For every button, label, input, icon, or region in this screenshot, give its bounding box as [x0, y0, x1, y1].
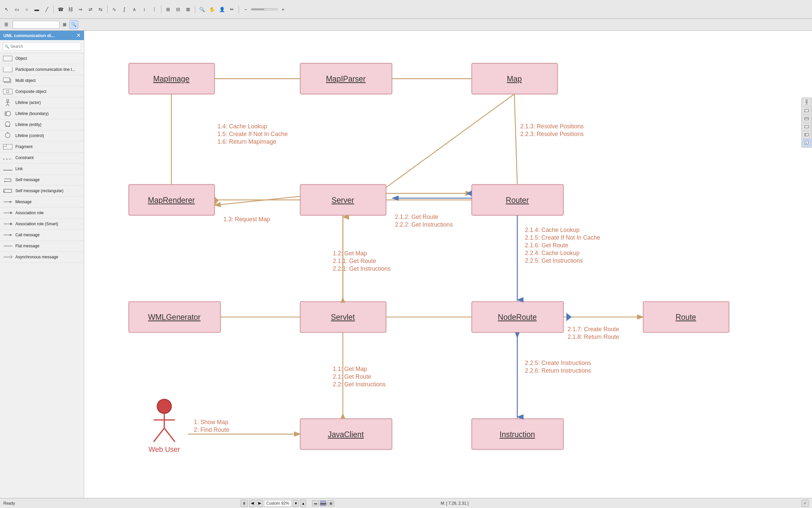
expand-btn[interactable]: ⤢ [801, 500, 809, 507]
diagram-search-input[interactable] [13, 21, 59, 29]
svg-text:2.1.5: Create If Not In Cache: 2.1.5: Create If Not In Cache [525, 234, 600, 241]
distribute-tool[interactable]: ⊟ [173, 5, 183, 14]
secondary-toolbar: ☰ ⊞ 🔍 [0, 19, 812, 31]
align-tool[interactable]: ⊠ [183, 5, 193, 14]
sidebar-item-flat-message[interactable]: Flat message [0, 241, 84, 252]
svg-text:1.1: Get Map: 1.1: Get Map [333, 366, 367, 372]
float-rect4-btn[interactable] [803, 131, 811, 138]
svg-marker-26 [10, 234, 12, 236]
line-tool[interactable]: ╱ [42, 5, 51, 14]
sidebar-label-flat-message: Flat message [15, 244, 39, 248]
pause-btn[interactable]: ⏸ [240, 500, 248, 507]
sidebar-item-association-role-smart[interactable]: Association role (Smart) [0, 219, 84, 229]
svg-line-123 [805, 103, 807, 105]
view-mode-3[interactable]: ▦ [327, 500, 334, 506]
svg-rect-125 [805, 109, 809, 112]
object-icon [3, 55, 13, 62]
zoom-down-btn[interactable]: ▼ [293, 500, 299, 507]
nodes-tool[interactable]: ⋮ [150, 5, 159, 14]
svg-text:2.2.2: Get Instructions: 2.2.2: Get Instructions [395, 221, 453, 228]
prev-btn[interactable]: ◀ [249, 500, 255, 507]
sidebar-item-call-message[interactable]: Call message [0, 229, 84, 241]
svg-text:Router: Router [506, 196, 529, 205]
sidebar-item-lifeline-boundary[interactable]: Lifeline (boundary) [0, 108, 84, 119]
self-message-icon [3, 176, 13, 183]
sidebar-item-lifeline-entity[interactable]: Lifeline (entity) [0, 119, 84, 130]
sidebar-item-lifeline-control[interactable]: Lifeline (control) [0, 130, 84, 141]
sidebar-label-message: Message [15, 200, 32, 204]
sidebar-item-multi-object[interactable]: Multi object [0, 75, 84, 86]
search-input[interactable] [3, 42, 81, 51]
transform-tool[interactable]: ⊞ [164, 5, 173, 14]
select-tools: ↖ ▭ ○ ▬ ╱ [2, 5, 51, 14]
svg-text:MapRenderer: MapRenderer [148, 196, 195, 205]
svg-text:2.2.5: Create Instructions: 2.2.5: Create Instructions [525, 359, 591, 366]
user-tool[interactable]: 👤 [217, 5, 227, 14]
self-message-rect-icon [3, 187, 13, 195]
lifeline-control-icon [3, 132, 13, 139]
svg-text:JavaClient: JavaClient [328, 430, 364, 439]
view-mode-2[interactable]: ▬▬ [320, 500, 326, 506]
sidebar-item-async-message[interactable]: Asynchronous message [0, 252, 84, 263]
window-tool[interactable]: ▭ [12, 5, 21, 14]
sidebar-item-constraint[interactable]: Constraint [0, 153, 84, 163]
float-rect1-btn[interactable] [803, 107, 811, 114]
float-edit-btn[interactable] [803, 139, 811, 146]
sidebar-item-composite-object[interactable]: Composite object [0, 86, 84, 97]
bezier-tool[interactable]: ʃ [120, 5, 129, 14]
circle-tool[interactable]: ○ [22, 5, 32, 14]
svg-text:2.1: Get Route: 2.1: Get Route [333, 373, 371, 380]
hamburger-menu[interactable]: ☰ [2, 20, 11, 29]
svg-text:Map: Map [507, 75, 522, 83]
sidebar-item-message[interactable]: Message [0, 197, 84, 208]
link-tool[interactable]: ⛓ [66, 5, 75, 14]
sidebar-item-link[interactable]: Link [0, 163, 84, 174]
sidebar-item-participant[interactable]: Participant communication line t... [0, 64, 84, 75]
view-mode-1[interactable]: ▬ [312, 500, 319, 506]
svg-line-3 [6, 104, 8, 106]
rect-tool[interactable]: ▬ [32, 5, 41, 14]
flat-message-icon [3, 242, 13, 250]
association-role-smart-icon [3, 220, 13, 227]
zoom-in-btn[interactable]: + [278, 5, 288, 14]
zoom-up-btn[interactable]: ▲ [300, 500, 306, 507]
zoom-out-btn[interactable]: − [241, 5, 250, 14]
main-layout: UML communication di... ✕ 🔍 Object [0, 31, 812, 498]
search-btn[interactable]: 🔍 [70, 20, 78, 29]
close-sidebar-btn[interactable]: ✕ [77, 33, 81, 38]
float-actor-btn[interactable] [803, 99, 811, 106]
curve-tool[interactable]: ∿ [109, 5, 119, 14]
sidebar-item-lifeline-actor[interactable]: Lifeline (actor) [0, 97, 84, 108]
select-tool[interactable]: ↖ [2, 5, 11, 14]
svg-rect-126 [805, 117, 809, 120]
sidebar-label-call-message: Call message [15, 232, 40, 237]
sidebar-label-lifeline-boundary: Lifeline (boundary) [15, 111, 48, 116]
measure-tool[interactable]: ↕ [140, 5, 149, 14]
sidebar-item-association-role[interactable]: Association role [0, 208, 84, 219]
edit-tools: ⊞ ⊟ ⊠ [164, 5, 193, 14]
eyedrop-tool[interactable]: ✏ [227, 5, 237, 14]
split-tool[interactable]: ⇄ [86, 5, 95, 14]
canvas-area[interactable]: MapImage MapIParser Map MapRenderer Serv… [84, 31, 812, 498]
float-rect3-btn[interactable] [803, 123, 811, 130]
phone-tool[interactable]: ☎ [56, 5, 65, 14]
svg-text:2.2.1: Get Instructions: 2.2.1: Get Instructions [333, 265, 391, 272]
pan-tool[interactable]: ✋ [207, 5, 217, 14]
zoom-tool[interactable]: 🔍 [197, 5, 207, 14]
svg-text:Server: Server [331, 196, 354, 205]
sidebar-item-self-message[interactable]: Self message [0, 174, 84, 185]
next-btn[interactable]: ▶ [257, 500, 263, 507]
arrow-tool[interactable]: ⇒ [76, 5, 85, 14]
svg-text:2.2.6: Return Instructions: 2.2.6: Return Instructions [525, 367, 591, 374]
association-role-icon [3, 209, 13, 217]
sidebar-label-fragment: Fragment [15, 144, 33, 149]
sidebar-item-object[interactable]: Object [0, 53, 84, 64]
grid-view-btn[interactable]: ⊞ [60, 20, 69, 29]
svg-point-10 [5, 133, 10, 138]
sidebar-item-self-message-rect[interactable]: Self message (rectangular) [0, 185, 84, 197]
merge-tool[interactable]: ⇆ [96, 5, 105, 14]
sidebar-item-fragment[interactable]: Fragment [0, 141, 84, 153]
svg-text:NodeRoute: NodeRoute [498, 313, 537, 322]
float-rect2-btn[interactable] [803, 115, 811, 122]
polyline-tool[interactable]: ∧ [130, 5, 139, 14]
